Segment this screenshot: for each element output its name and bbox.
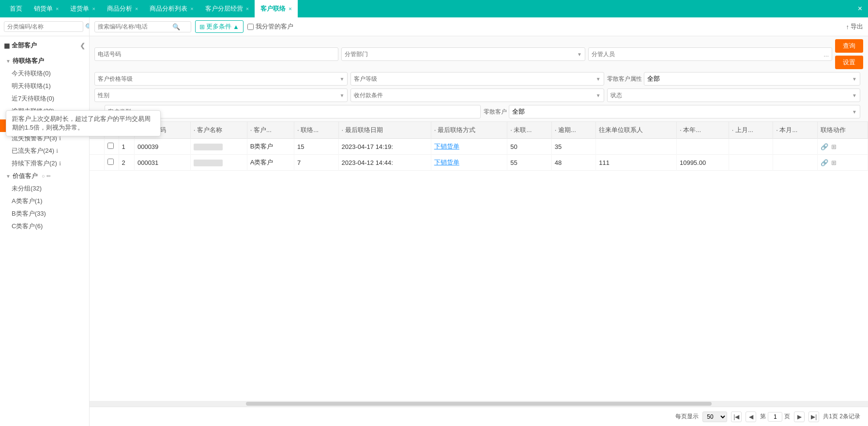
- nav-product-analysis[interactable]: 商品分析 ×: [101, 0, 144, 17]
- more-conditions-button[interactable]: ⊞ 更多条件 ▲: [195, 20, 244, 33]
- th-last-month[interactable]: · 上月...: [729, 122, 773, 139]
- tooltip-box: 距客户上次交易时长，超过了此客户的平均交易周期的1.5倍，则视为异常。: [90, 110, 161, 136]
- th-action: 联络动作: [817, 122, 868, 139]
- export-icon: ↑: [846, 23, 850, 30]
- sidebar-item-class-a[interactable]: A类客户(1): [0, 195, 89, 207]
- value-customer-title[interactable]: ▼ 价值客户 ○ ✏: [0, 170, 89, 182]
- my-customer-filter[interactable]: 我分管的客户: [247, 22, 293, 31]
- th-level[interactable]: · 客户...: [247, 122, 294, 139]
- settings-button[interactable]: 设置: [835, 56, 863, 69]
- th-this-year[interactable]: · 本年...: [676, 122, 729, 139]
- nav-sales-order[interactable]: 销货单 ×: [28, 0, 64, 17]
- th-overdue[interactable]: · 逾期...: [551, 122, 595, 139]
- sidebar-item-class-c[interactable]: C类客户(6): [0, 220, 89, 233]
- status-dropdown-icon: ▼: [852, 93, 857, 98]
- row2-link-icon[interactable]: 🔗: [821, 159, 828, 166]
- sidebar-item-7day-pending[interactable]: 近7天待联络(0): [0, 92, 89, 105]
- sidebar-item-declining[interactable]: 持续下滑客户(2) ℹ: [0, 157, 89, 170]
- close-product-analysis-icon[interactable]: ×: [135, 6, 138, 12]
- row1-level: B类客户: [247, 139, 294, 155]
- expand-arrow-icon: ▼: [6, 59, 11, 64]
- nav-product-analysis-list[interactable]: 商品分析列表 ×: [144, 0, 199, 17]
- retail-attr-field[interactable]: 全部 ▼: [644, 72, 860, 86]
- last-page-button[interactable]: ▶|: [808, 411, 819, 422]
- page-indicator: 第 页: [760, 412, 790, 422]
- th-this-month[interactable]: · 本月...: [773, 122, 817, 139]
- row1-unit-contact: [596, 139, 677, 155]
- pending-contact-title[interactable]: ▼ 待联络客户: [0, 55, 89, 67]
- row2-grid-icon[interactable]: ⊞: [831, 159, 837, 166]
- dept-field[interactable]: 分管部门 ▼: [341, 47, 585, 61]
- sidebar-item-ungrouped[interactable]: 未分组(32): [0, 182, 89, 195]
- nav-customer-contact[interactable]: 客户联络 ×: [255, 0, 297, 17]
- edit-icon[interactable]: ○ ✏: [42, 173, 51, 179]
- th-last-date[interactable]: · 最后联络日期: [338, 122, 431, 139]
- close-product-list-icon[interactable]: ×: [190, 6, 193, 12]
- sidebar-item-class-b[interactable]: B类客户(33): [0, 207, 89, 220]
- th-unit-contact[interactable]: 往来单位联系人: [596, 122, 677, 139]
- next-page-button[interactable]: ▶: [794, 411, 805, 422]
- nav-home[interactable]: 首页: [4, 0, 28, 17]
- row1-grid-icon[interactable]: ⊞: [831, 143, 837, 150]
- row2-checkbox[interactable]: [104, 155, 119, 171]
- sidebar-item-churned[interactable]: 已流失客户(24) ℹ: [0, 145, 89, 157]
- main-search-icon[interactable]: 🔍: [172, 23, 180, 30]
- data-table-container[interactable]: ⚙ # · 客户编码 · 客户名称 · 客户...: [90, 122, 868, 401]
- grid-icon: ▦: [4, 42, 10, 49]
- row2-last-month: [729, 155, 773, 171]
- th-unread[interactable]: · 未联...: [507, 122, 551, 139]
- price-level-field[interactable]: 客户价格等级 ▼: [94, 72, 348, 86]
- th-last-method[interactable]: · 最后联络方式: [431, 122, 507, 139]
- row1-this-month: [773, 139, 817, 155]
- tree-root-all-customers[interactable]: ▦ 全部客户 ❮: [0, 38, 89, 53]
- row1-code[interactable]: 000039: [134, 139, 190, 155]
- customer-type-field[interactable]: 客户类型: [105, 105, 481, 118]
- nav-customer-tier[interactable]: 客户分层经营 ×: [199, 0, 255, 17]
- sidebar-collapse-icon[interactable]: ❮: [80, 42, 85, 49]
- retail-customer-field[interactable]: 全部 ▼: [509, 105, 860, 118]
- person-field[interactable]: 分管人员 ...: [588, 47, 832, 61]
- prev-page-button[interactable]: ◀: [746, 411, 756, 422]
- row1-checkbox[interactable]: [104, 139, 119, 155]
- row2-level: A类客户: [247, 155, 294, 171]
- sidebar-search-icon[interactable]: 🔍: [85, 23, 90, 30]
- row1-last-method[interactable]: 下销货单: [431, 139, 507, 155]
- customer-level-field[interactable]: 客户等级 ▼: [350, 72, 604, 86]
- sidebar-tree: ▦ 全部客户 ❮ ▼ 待联络客户 今天待联络(0) 明天待联络(1) 近7天待联…: [0, 36, 89, 426]
- retail-attr-dropdown-icon: ▼: [852, 76, 857, 82]
- phone-field[interactable]: 电话号码: [94, 47, 338, 61]
- h-scroll-thumb[interactable]: [246, 402, 712, 406]
- row2-index: 2: [119, 155, 134, 171]
- status-field[interactable]: 状态 ▼: [607, 88, 860, 102]
- row2-last-method[interactable]: 下销货单: [431, 155, 507, 171]
- th-name[interactable]: · 客户名称: [190, 122, 247, 139]
- close-customer-contact-icon[interactable]: ×: [289, 6, 291, 12]
- top-navigation: 首页 销货单 × 进货单 × 商品分析 × 商品分析列表 × 客户分层经营 × …: [0, 0, 868, 17]
- table-row: 2 000031 A类客户 7 2023-04-12 14:44: 下销货单 5…: [90, 155, 868, 171]
- nav-purchase-order[interactable]: 进货单 ×: [64, 0, 101, 17]
- sidebar-search-input[interactable]: [4, 21, 83, 32]
- export-button[interactable]: ↑ 导出: [846, 22, 864, 31]
- dept-dropdown-icon: ▼: [577, 52, 582, 57]
- close-sales-order-icon[interactable]: ×: [56, 6, 59, 12]
- close-purchase-order-icon[interactable]: ×: [92, 6, 95, 12]
- horizontal-scrollbar[interactable]: [90, 401, 868, 407]
- gender-field[interactable]: 性别 ▼: [94, 88, 348, 102]
- sidebar-item-tomorrow-pending[interactable]: 明天待联络(1): [0, 80, 89, 92]
- main-search-input[interactable]: [98, 23, 170, 30]
- per-page-select[interactable]: 50 20 100: [702, 411, 727, 422]
- row1-link-icon[interactable]: 🔗: [821, 143, 828, 150]
- my-customer-checkbox[interactable]: [247, 24, 254, 30]
- th-contact[interactable]: · 联络...: [294, 122, 338, 139]
- close-customer-tier-icon[interactable]: ×: [246, 6, 249, 12]
- row1-name: [190, 139, 247, 155]
- info-icon-4: ℹ: [59, 161, 61, 167]
- window-close-icon[interactable]: ×: [858, 4, 862, 13]
- payment-field[interactable]: 收付款条件 ▼: [350, 88, 604, 102]
- row2-code[interactable]: 000031: [134, 155, 190, 171]
- query-button[interactable]: 查询: [835, 39, 863, 53]
- sidebar-item-today-pending[interactable]: 今天待联络(0): [0, 67, 89, 80]
- gender-dropdown-icon: ▼: [339, 93, 344, 98]
- page-number-input[interactable]: [768, 412, 782, 422]
- first-page-button[interactable]: |◀: [731, 411, 742, 422]
